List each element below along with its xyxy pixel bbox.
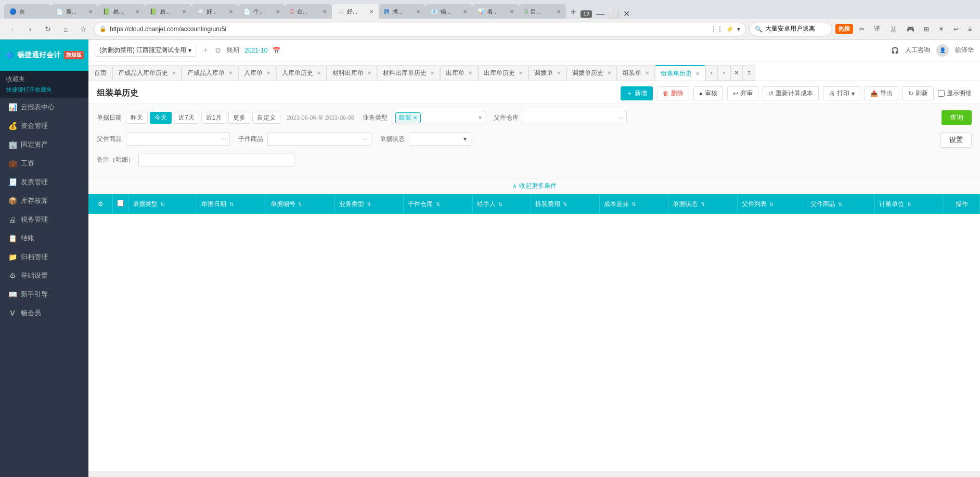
tab-close-in-order[interactable]: ✕ <box>266 70 270 76</box>
th-biz-type[interactable]: 业务类型 ⇅ <box>334 194 403 214</box>
tab-out-order[interactable]: 出库单 ✕ <box>440 65 478 81</box>
consultant-label[interactable]: 人工咨询 <box>905 46 930 55</box>
sidebar-item-inventory[interactable]: 📦 库存核算 <box>0 191 88 210</box>
child-goods-input[interactable]: ··· <box>267 132 371 146</box>
sort-doc-type[interactable]: ⇅ <box>160 201 164 207</box>
date-btn-7days[interactable]: 近7天 <box>174 112 199 124</box>
th-handler[interactable]: 经手人 ⇅ <box>472 194 531 214</box>
undo-icon[interactable]: ↩ <box>950 24 962 34</box>
date-btn-custom[interactable]: 自定义 <box>252 112 280 124</box>
sort-doc-status[interactable]: ⇅ <box>701 201 705 207</box>
child-goods-more-icon[interactable]: ··· <box>363 135 368 143</box>
sidebar-item-salary[interactable]: 💼 工资 <box>0 154 88 173</box>
sort-parent-list[interactable]: ⇅ <box>769 201 773 207</box>
export-button[interactable]: 📤 导出 <box>865 86 898 100</box>
tab-assemble-hist[interactable]: 组装单历史 ✕ <box>655 65 705 81</box>
user-name[interactable]: 徐泽华 <box>955 46 974 55</box>
home-browser-button[interactable]: ⌂ <box>58 22 73 36</box>
tab-prod-in[interactable]: 产成品入库单 ✕ <box>182 65 238 81</box>
tab-in-hist[interactable]: 入库单历史 ✕ <box>276 65 327 81</box>
sidebar-item-report[interactable]: 📊 云报表中心 <box>0 98 88 117</box>
tab-home[interactable]: 首页 <box>88 65 112 81</box>
th-settings[interactable]: ⚙ <box>88 194 113 214</box>
sort-child-warehouse[interactable]: ⇅ <box>436 201 440 207</box>
tab-alloc[interactable]: 调拨单 ✕ <box>528 65 566 81</box>
tab-close-mat-out[interactable]: ✕ <box>367 70 371 76</box>
tab-alloc-hist[interactable]: 调拨单历史 ✕ <box>566 65 617 81</box>
refresh-browser-button[interactable]: ↻ <box>41 22 55 36</box>
tab-assemble[interactable]: 组装单 ✕ <box>617 65 655 81</box>
refresh-button[interactable]: ↻ 刷新 <box>902 86 934 100</box>
th-doc-type[interactable]: 单据类型 ⇅ <box>128 194 197 214</box>
parent-warehouse-input[interactable]: ··· <box>523 111 627 124</box>
th-checkbox[interactable] <box>113 194 128 214</box>
th-parent-list[interactable]: 父件列表 ⇅ <box>737 194 806 214</box>
tab-out-hist[interactable]: 出库单历史 ✕ <box>478 65 528 81</box>
add-button[interactable]: ＋ 新增 <box>621 86 652 100</box>
tab-close-assemble[interactable]: ✕ <box>645 70 649 76</box>
calendar-icon[interactable]: 📅 <box>273 47 280 54</box>
biz-type-tag-close[interactable]: ✕ <box>413 115 417 121</box>
display-detail-checkbox-group[interactable]: 显示明细 <box>938 89 972 98</box>
sort-disassemble-cost[interactable]: ⇅ <box>563 201 567 207</box>
th-child-warehouse[interactable]: 子件仓库 ⇅ <box>404 194 472 214</box>
tab-close-prod-in-hist[interactable]: ✕ <box>172 70 176 76</box>
sidebar-item-guide[interactable]: 📖 新手引导 <box>0 285 88 304</box>
th-unit[interactable]: 计量单位 ⇅ <box>875 194 944 214</box>
biz-type-input[interactable]: 组装 ✕ ▾ <box>392 111 485 124</box>
sort-biz-type[interactable]: ⇅ <box>367 201 371 207</box>
browser-search-bar[interactable]: 🔍 大量安卓用户逃离 <box>749 22 832 36</box>
tab-more-menu[interactable]: ≡ <box>743 65 755 81</box>
tab-close-prod-in[interactable]: ✕ <box>228 70 233 76</box>
tab-scroll-left[interactable]: ‹ <box>705 65 718 81</box>
sidebar-item-invoice[interactable]: 🧾 发票管理 <box>0 173 88 191</box>
print-dropdown-icon[interactable]: ▾ <box>852 90 855 97</box>
biz-type-dropdown-icon[interactable]: ▾ <box>479 114 482 121</box>
grid-icon[interactable]: ⊞ <box>921 24 932 34</box>
browser-tab-9[interactable]: 腾腾... ✕ <box>379 4 425 19</box>
period-value[interactable]: 2021-10 <box>244 47 267 54</box>
tab-close-in-hist[interactable]: ✕ <box>317 70 321 76</box>
sidebar-item-tax[interactable]: 🖨 税务管理 <box>0 210 88 229</box>
tab-close-current[interactable]: ✕ <box>730 65 743 81</box>
sidebar-item-settlement[interactable]: 📋 结账 <box>0 229 88 248</box>
print-button[interactable]: 🖨 打印 ▾ <box>823 86 860 100</box>
settings-gear-icon[interactable]: ⚙ <box>215 46 222 55</box>
abandon-button[interactable]: ↩ 弃审 <box>727 86 758 100</box>
display-detail-checkbox[interactable] <box>938 90 945 97</box>
company-dropdown-icon[interactable]: ▾ <box>188 47 191 54</box>
bookmark-button[interactable]: ☆ <box>76 22 91 36</box>
tab-mat-out[interactable]: 材料出库单 ✕ <box>327 65 377 81</box>
hotspot-button[interactable]: 热搜 <box>835 24 853 34</box>
date-btn-today[interactable]: 今天 <box>150 112 172 124</box>
sort-parent-goods[interactable]: ⇅ <box>838 201 842 207</box>
delete-button[interactable]: 🗑 删除 <box>657 86 689 100</box>
recalc-button[interactable]: ↺ 重新计算成本 <box>763 86 819 100</box>
tab-close-assemble-hist[interactable]: ✕ <box>695 71 700 76</box>
browser-tab-12[interactable]: S目... ✕ <box>519 4 566 19</box>
browser-tab-5[interactable]: ☁️好... ✕ <box>191 4 238 19</box>
address-dropdown-icon[interactable]: ⋮⋮ <box>711 25 723 33</box>
th-doc-date[interactable]: 单据日期 ⇅ <box>197 194 266 214</box>
doc-status-chevron[interactable]: ▾ <box>463 135 467 143</box>
new-tab-button[interactable]: ＋ <box>566 4 581 19</box>
sidebar-item-asset[interactable]: 🏢 固定资产 <box>0 135 88 154</box>
th-parent-goods[interactable]: 父件商品 ⇅ <box>806 194 875 214</box>
sidebar-item-settings[interactable]: ⚙ 基础设置 <box>0 266 88 285</box>
parent-warehouse-more-icon[interactable]: ··· <box>618 114 623 121</box>
tab-close-out-order[interactable]: ✕ <box>468 70 472 76</box>
browser-tab-3[interactable]: 📗易... ✕ <box>98 4 145 19</box>
remark-input[interactable] <box>138 153 294 166</box>
tab-mat-out-hist[interactable]: 材料出库单历史 ✕ <box>377 65 440 81</box>
browser-tab-4[interactable]: 📗易... ✕ <box>145 4 191 19</box>
tab-prod-in-hist[interactable]: 产成品入库单历史 ✕ <box>112 65 182 81</box>
brightness-icon[interactable]: ☀ <box>935 24 947 34</box>
tab-scroll-right[interactable]: › <box>718 65 730 81</box>
browser-tab-11[interactable]: 📊各... ✕ <box>472 4 519 19</box>
sidebar-item-vip[interactable]: V 畅会员 <box>0 304 88 323</box>
back-button[interactable]: ‹ <box>5 22 20 36</box>
select-all-checkbox[interactable] <box>117 200 124 207</box>
browser-tab-8[interactable]: ☁️好... ✕ <box>332 4 379 19</box>
sort-cost-diff[interactable]: ⇅ <box>631 201 636 207</box>
add-company-btn[interactable]: ＋ <box>201 45 210 56</box>
